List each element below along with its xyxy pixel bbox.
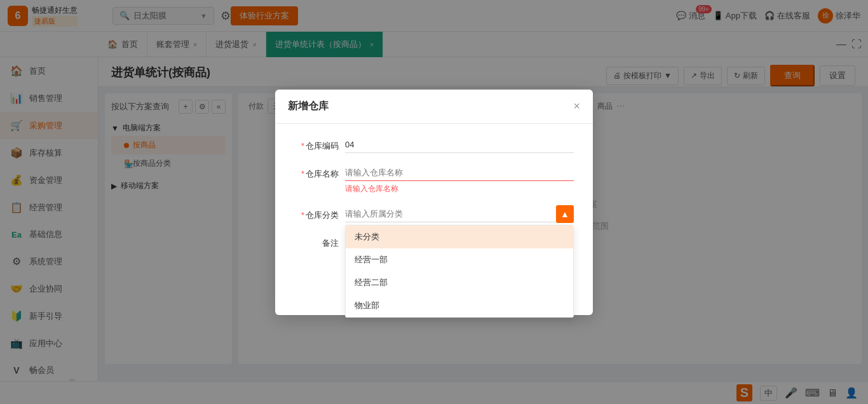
- remark-label: 备注: [294, 234, 339, 249]
- modal-title: 新增仓库: [288, 100, 329, 113]
- warehouse-category-label: *仓库分类: [294, 206, 339, 221]
- warehouse-code-input[interactable]: [345, 137, 574, 153]
- warehouse-name-wrap: 请输入仓库名称: [345, 165, 574, 194]
- modal-overlay[interactable]: 新增仓库 × *仓库编码 *仓库名称 请输入仓库名称: [0, 0, 868, 404]
- dropdown-item-dept2[interactable]: 经营二部: [346, 271, 573, 294]
- warehouse-name-row: *仓库名称 请输入仓库名称: [294, 165, 574, 194]
- category-dropdown: 未分类 经营一部 经营二部 物业部: [345, 225, 574, 318]
- modal-body: *仓库编码 *仓库名称 请输入仓库名称 *仓库分类: [275, 124, 593, 274]
- warehouse-code-label: *仓库编码: [294, 137, 339, 152]
- warehouse-category-row: *仓库分类 ▲ 未分类 经营一部 经营二部 物业部: [294, 206, 574, 222]
- dropdown-item-uncategorized[interactable]: 未分类: [346, 226, 573, 248]
- warehouse-code-row: *仓库编码: [294, 137, 574, 153]
- modal-close-button[interactable]: ×: [573, 100, 580, 112]
- warehouse-name-error: 请输入仓库名称: [345, 184, 574, 194]
- warehouse-name-label: *仓库名称: [294, 165, 339, 180]
- category-toggle-button[interactable]: ▲: [556, 205, 574, 223]
- category-input[interactable]: [345, 206, 574, 222]
- dropdown-item-property[interactable]: 物业部: [346, 294, 573, 317]
- dropdown-item-dept1[interactable]: 经营一部: [346, 248, 573, 271]
- modal-new-warehouse: 新增仓库 × *仓库编码 *仓库名称 请输入仓库名称: [275, 90, 593, 315]
- category-input-wrap: ▲ 未分类 经营一部 经营二部 物业部: [345, 206, 574, 222]
- warehouse-name-input[interactable]: [345, 165, 574, 181]
- modal-header: 新增仓库 ×: [275, 90, 593, 124]
